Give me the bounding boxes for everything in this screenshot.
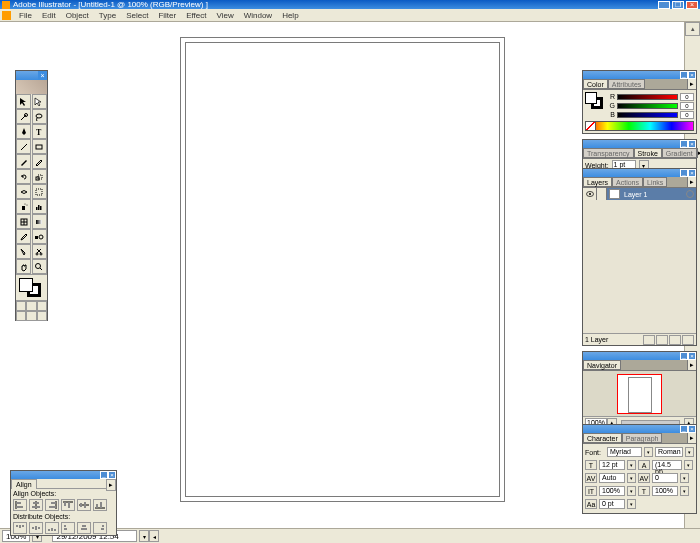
menu-select[interactable]: Select: [121, 11, 153, 20]
stroke-close-icon[interactable]: ×: [688, 140, 696, 148]
screen-mode-standard[interactable]: [16, 311, 26, 321]
style-dd-icon[interactable]: ▾: [685, 447, 694, 457]
tab-transparency[interactable]: Transparency: [583, 148, 634, 158]
stroke-menu-icon[interactable]: ▸: [697, 148, 700, 158]
menu-effect[interactable]: Effect: [181, 11, 211, 20]
menu-help[interactable]: Help: [277, 11, 303, 20]
align-bottom-button[interactable]: [93, 499, 107, 511]
leading-dd-icon[interactable]: ▾: [684, 460, 693, 470]
menu-filter[interactable]: Filter: [153, 11, 181, 20]
nav-minimize-icon[interactable]: _: [680, 352, 688, 360]
color-mode-button[interactable]: [16, 301, 26, 311]
fill-swatch[interactable]: [19, 278, 33, 292]
align-hcenter-button[interactable]: [29, 499, 43, 511]
layers-close-icon[interactable]: ×: [688, 169, 696, 177]
align-close-icon[interactable]: ×: [108, 471, 116, 479]
layer-name[interactable]: Layer 1: [622, 191, 686, 198]
spectrum-picker[interactable]: [585, 121, 694, 131]
baseline-dd-icon[interactable]: ▾: [627, 499, 636, 509]
vscale-dd-icon[interactable]: ▾: [627, 486, 636, 496]
gradient-mode-button[interactable]: [26, 301, 36, 311]
layers-menu-icon[interactable]: ▸: [687, 177, 696, 187]
g-input[interactable]: 0: [680, 102, 694, 110]
color-fill-swatch[interactable]: [585, 92, 597, 104]
fill-stroke-well[interactable]: [16, 274, 47, 300]
b-slider[interactable]: [617, 112, 678, 118]
hscale-input[interactable]: 100%: [652, 486, 678, 496]
screen-mode-full[interactable]: [37, 311, 47, 321]
kerning-input[interactable]: Auto: [599, 473, 625, 483]
scroll-left-icon[interactable]: ◂: [149, 530, 159, 542]
tab-color[interactable]: Color: [583, 79, 608, 89]
font-family-input[interactable]: Myriad: [607, 447, 642, 457]
slice-tool[interactable]: [16, 244, 31, 259]
layers-minimize-icon[interactable]: _: [680, 169, 688, 177]
align-minimize-icon[interactable]: _: [100, 471, 108, 479]
menu-file[interactable]: File: [14, 11, 37, 20]
menu-view[interactable]: View: [211, 11, 238, 20]
delete-layer-icon[interactable]: [682, 335, 694, 345]
tracking-input[interactable]: 0: [652, 473, 678, 483]
artboard[interactable]: [185, 42, 500, 497]
r-input[interactable]: 0: [680, 93, 694, 101]
maximize-button[interactable]: ❐: [672, 1, 684, 9]
type-tool[interactable]: T: [32, 124, 47, 139]
lasso-tool[interactable]: [32, 109, 47, 124]
status-dropdown-icon[interactable]: ▾: [139, 530, 149, 542]
free-transform-tool[interactable]: [32, 184, 47, 199]
align-left-button[interactable]: [13, 499, 27, 511]
char-menu-icon[interactable]: ▸: [687, 433, 696, 443]
color-menu-icon[interactable]: ▸: [687, 79, 696, 89]
dist-left-button[interactable]: [61, 522, 75, 534]
vscale-input[interactable]: 100%: [599, 486, 625, 496]
tab-gradient[interactable]: Gradient: [662, 148, 697, 158]
scale-tool[interactable]: [32, 169, 47, 184]
tab-paragraph[interactable]: Paragraph: [622, 433, 663, 443]
tab-layers[interactable]: Layers: [583, 177, 612, 187]
layer-row[interactable]: Layer 1: [583, 188, 696, 200]
dist-hcenter-button[interactable]: [77, 522, 91, 534]
tab-navigator[interactable]: Navigator: [583, 360, 621, 370]
nav-menu-icon[interactable]: ▸: [687, 360, 696, 370]
direct-selection-tool[interactable]: [32, 94, 47, 109]
scroll-up-icon[interactable]: ▴: [685, 22, 700, 36]
dist-top-button[interactable]: [13, 522, 27, 534]
dist-bottom-button[interactable]: [45, 522, 59, 534]
baseline-input[interactable]: 0 pt: [599, 499, 625, 509]
tab-character[interactable]: Character: [583, 433, 622, 443]
tab-links[interactable]: Links: [643, 177, 667, 187]
menu-object[interactable]: Object: [61, 11, 94, 20]
align-right-button[interactable]: [45, 499, 59, 511]
char-minimize-icon[interactable]: _: [680, 425, 688, 433]
layers-list[interactable]: Layer 1: [583, 188, 696, 333]
hand-tool[interactable]: [16, 259, 31, 274]
color-close-icon[interactable]: ×: [688, 71, 696, 79]
r-slider[interactable]: [617, 94, 678, 100]
magic-wand-tool[interactable]: [16, 109, 31, 124]
screen-mode-full-menu[interactable]: [26, 311, 36, 321]
graph-tool[interactable]: [32, 199, 47, 214]
b-input[interactable]: 0: [680, 111, 694, 119]
font-size-input[interactable]: 12 pt: [599, 460, 625, 470]
leading-input[interactable]: (14.5 pt): [652, 460, 682, 470]
toolbox-close-icon[interactable]: ×: [38, 71, 47, 80]
menu-window[interactable]: Window: [239, 11, 277, 20]
blend-tool[interactable]: [32, 229, 47, 244]
selection-tool[interactable]: [16, 94, 31, 109]
nav-close-icon[interactable]: ×: [688, 352, 696, 360]
kerning-dd-icon[interactable]: ▾: [627, 473, 636, 483]
menu-type[interactable]: Type: [94, 11, 121, 20]
g-slider[interactable]: [617, 103, 678, 109]
artboard-outer[interactable]: [180, 37, 505, 502]
color-minimize-icon[interactable]: _: [680, 71, 688, 79]
align-menu-icon[interactable]: ▸: [106, 479, 116, 491]
font-style-input[interactable]: Roman: [655, 447, 683, 457]
align-vcenter-button[interactable]: [77, 499, 91, 511]
lock-icon[interactable]: [597, 188, 607, 200]
gradient-tool[interactable]: [32, 214, 47, 229]
new-sublayer-icon[interactable]: [656, 335, 668, 345]
visibility-icon[interactable]: [583, 188, 597, 200]
stroke-minimize-icon[interactable]: _: [680, 140, 688, 148]
navigator-proxy[interactable]: [617, 374, 662, 414]
hscale-dd-icon[interactable]: ▾: [680, 486, 689, 496]
